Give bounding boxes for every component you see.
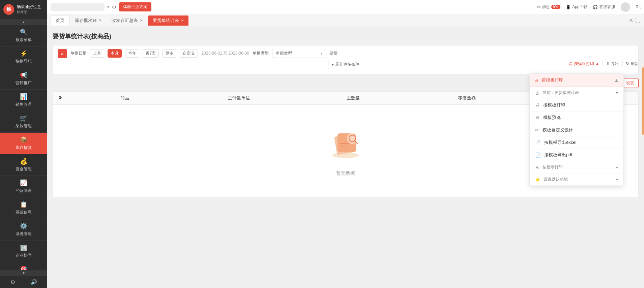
- sidebar-scroll-up[interactable]: ▲: [0, 19, 47, 25]
- dropdown-close-icon[interactable]: ▲: [614, 77, 619, 83]
- sidebar-item-inventory[interactable]: 📦 库存核算: [0, 133, 47, 154]
- sidebar-item-sales[interactable]: 📊 销售管理: [0, 90, 47, 111]
- dropdown-header[interactable]: 🖨 按模板打印 ▲: [530, 74, 623, 87]
- sidebar-item-system[interactable]: ⚙️ 系统管理: [0, 219, 47, 241]
- default-func-arrow: ▾: [616, 177, 618, 182]
- system-icon: ⚙️: [20, 222, 27, 230]
- sidebar-item-operation[interactable]: 📈 经营管理: [0, 176, 47, 197]
- th-gear[interactable]: ⚙: [53, 95, 68, 101]
- dropdown-current-item[interactable]: 🖨 当前：要货单统计表 ▾: [530, 87, 623, 99]
- dropdown-default-func[interactable]: ⭐ 设置默认功能 ▾: [530, 173, 623, 186]
- search-icon: 🔍: [20, 28, 27, 36]
- sidebar-item-label: 资金管理: [16, 166, 32, 172]
- display-print-left: 🖨 按显示打印: [535, 164, 563, 170]
- tab-close-all-icon[interactable]: ✕: [629, 17, 633, 24]
- message-icon: ✉: [537, 5, 540, 9]
- tab-inventory-batch[interactable]: 库存批次账 ✕: [70, 15, 106, 26]
- export-icon: ⬆: [606, 61, 610, 66]
- filter-toggle-btn[interactable]: »: [58, 49, 67, 58]
- tab-inventory-batch-label: 库存批次账: [75, 18, 97, 24]
- sidebar-item-purchase[interactable]: 🛒 采购管理: [0, 111, 47, 133]
- settings-icon[interactable]: ⚙: [10, 279, 15, 285]
- sidebar-item-basic[interactable]: 📋 基础信息: [0, 197, 47, 219]
- page-title: 要货单统计表(按商品): [53, 32, 639, 40]
- order-goods-label: 要货: [329, 51, 338, 56]
- app-download-item[interactable]: 📱 App下载: [566, 4, 587, 10]
- industry-solution-btn[interactable]: 体验行业方案: [119, 2, 151, 11]
- print-arrow: ▲: [595, 61, 599, 66]
- dropdown-header-left: 🖨 按模板打印: [534, 77, 563, 83]
- order-type-select[interactable]: 单据类型 ▾: [272, 49, 326, 58]
- template-design-icon: ✏: [535, 127, 539, 133]
- print-btn[interactable]: 🖨 按模板打印 ▲: [568, 61, 599, 67]
- expand-more-btn[interactable]: ▾ 展开更多条件: [328, 60, 363, 69]
- sidebar-item-company[interactable]: 🏢 企业协同: [0, 241, 47, 262]
- company-icon: 🏢: [20, 244, 27, 251]
- date-btn-7days[interactable]: 近7天: [143, 49, 159, 58]
- date-btn-custom[interactable]: 自定义: [180, 49, 198, 58]
- template-preview-label: 模板预览: [543, 115, 561, 121]
- dropdown-item-template-pdf[interactable]: 📄 按模板导出pdf: [530, 149, 623, 161]
- tab-order-stat[interactable]: 要货单统计表 ✕: [148, 15, 188, 26]
- refresh-btn[interactable]: ↻ 刷新: [626, 61, 639, 67]
- topbar-search-input[interactable]: [51, 3, 105, 11]
- tab-home-label: 首页: [56, 18, 64, 24]
- display-print-label: 按显示打印: [543, 164, 563, 170]
- quick-nav-icon: ⚡: [20, 50, 27, 57]
- sidebar-menu: 🔍 搜索菜单 ⚡ 快捷导航 📢 营销推广 📊 销售管理 🛒 采购管理 📦 库存核…: [0, 25, 47, 270]
- app-edition: 标准版: [17, 10, 41, 14]
- dropdown-item-template-print[interactable]: 🖨 按模板打印: [530, 99, 623, 111]
- avatar[interactable]: [621, 2, 630, 12]
- right-scrollbar[interactable]: [642, 67, 644, 135]
- dropdown-display-print[interactable]: 🖨 按显示打印 ▾: [530, 161, 623, 173]
- display-print-icon: 🖨: [535, 165, 539, 170]
- marketing-icon: 📢: [20, 71, 27, 79]
- sidebar-scroll-down[interactable]: ▼: [0, 270, 47, 276]
- date-label: 单据日期: [70, 51, 87, 56]
- current-arrow-icon: ▾: [616, 91, 618, 95]
- template-excel-label: 按模板导出excel: [544, 139, 576, 146]
- tab-collection-report-label: 收发存汇总表: [112, 18, 138, 24]
- th-retail: 零售金额: [410, 95, 524, 101]
- tab-inventory-batch-close[interactable]: ✕: [99, 19, 101, 22]
- topbar-right: ✉ 消息 99+ 📱 App下载 🎧 在线客服 Rit: [537, 2, 641, 12]
- username: Rit: [636, 5, 641, 9]
- sidebar-item-search[interactable]: 🔍 搜索菜单: [0, 25, 47, 46]
- sidebar-item-marketing[interactable]: 📢 营销推广: [0, 68, 47, 90]
- speaker-icon[interactable]: 🔊: [30, 279, 37, 285]
- dropdown-item-template-preview[interactable]: 🖥 模板预览: [530, 111, 623, 124]
- sidebar-item-finance[interactable]: 💰 资金管理: [0, 154, 47, 176]
- date-btn-this-year[interactable]: 本年: [125, 49, 139, 58]
- message-item[interactable]: ✉ 消息 99+: [537, 4, 560, 10]
- th-unit: 主计量单位: [182, 95, 296, 101]
- online-service-item[interactable]: 🎧 在线客服: [593, 4, 615, 10]
- sidebar-item-label: 系统管理: [16, 231, 32, 237]
- divider2: |: [622, 61, 623, 67]
- tab-home[interactable]: 首页: [51, 15, 69, 26]
- tab-expand-icon[interactable]: ⛶: [635, 18, 641, 24]
- tab-collection-report-close[interactable]: ✕: [140, 19, 143, 22]
- tab-order-stat-close[interactable]: ✕: [181, 19, 184, 22]
- empty-text: 暂无数据: [336, 170, 355, 177]
- main-area: ▾ ⚙ 体验行业方案 ✉ 消息 99+ 📱 App下载 🎧 在线客服 Rit 首…: [47, 0, 644, 288]
- date-btn-more[interactable]: 更多: [162, 49, 176, 58]
- date-btn-last-month[interactable]: 上月: [90, 49, 104, 58]
- dropdown-item-template-design[interactable]: ✏ 模板自定义设计: [530, 124, 623, 136]
- divider1: |: [602, 61, 604, 67]
- sidebar-logo: 畅 畅康通好生意 标准版: [0, 0, 47, 19]
- order-type-value: 单据类型: [276, 51, 292, 56]
- tab-collection-report[interactable]: 收发存汇总表 ✕: [107, 15, 147, 26]
- export-btn[interactable]: ⬆ 导出: [606, 61, 619, 67]
- sidebar-item-quick-nav[interactable]: ⚡ 快捷导航: [0, 46, 47, 68]
- date-btn-this-month[interactable]: 本月: [108, 49, 122, 58]
- current-label-left: 🖨 当前：要货单统计表: [535, 90, 579, 96]
- headset-icon: 🎧: [593, 5, 598, 9]
- settings-btn[interactable]: 设置: [622, 78, 639, 88]
- dropdown-item-template-excel[interactable]: 📄 按模板导出excel: [530, 136, 623, 149]
- topbar-dropdown-icon[interactable]: ▾: [107, 5, 109, 9]
- basic-icon: 📋: [20, 201, 27, 208]
- operation-icon: 📈: [20, 179, 27, 187]
- topbar-gear-icon[interactable]: ⚙: [112, 4, 116, 10]
- order-type-label: 单据类型: [253, 51, 269, 56]
- sidebar-item-guide[interactable]: 🎯 新手引导: [0, 262, 47, 270]
